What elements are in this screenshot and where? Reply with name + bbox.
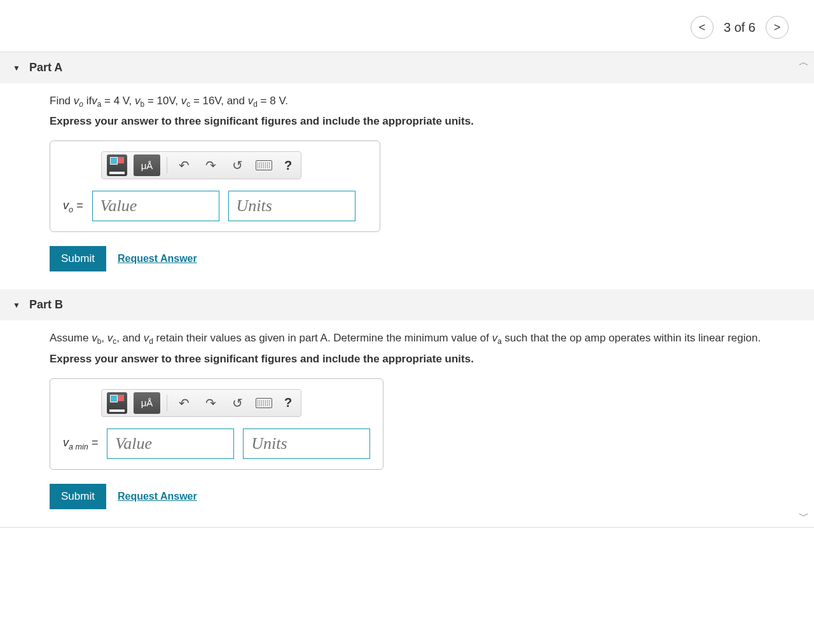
undo-icon[interactable]: ↶ — [174, 393, 194, 413]
help-icon[interactable]: ? — [280, 158, 296, 173]
part-b-submit-button[interactable]: Submit — [50, 484, 106, 509]
part-a-title: Part A — [29, 61, 62, 74]
units-picker-icon[interactable]: μÅ — [134, 154, 160, 176]
caret-down-icon: ▼ — [13, 301, 20, 310]
part-a-submit-button[interactable]: Submit — [50, 246, 106, 271]
part-a-button-row: Submit Request Answer — [50, 246, 764, 271]
part-b-body: Assume vb, vc, and vd retain their value… — [0, 320, 814, 526]
part-b-input-row: va min = — [63, 428, 370, 459]
part-a-units-input[interactable] — [228, 191, 355, 221]
undo-icon[interactable]: ↶ — [174, 155, 194, 175]
part-a-request-answer-link[interactable]: Request Answer — [118, 253, 197, 264]
keyboard-icon[interactable] — [254, 393, 274, 413]
part-b-prompt: Assume vb, vc, and vd retain their value… — [50, 332, 764, 346]
content-area: ︿ ▼ Part A Find vo ifva = 4 V, vb = 10V,… — [0, 51, 814, 528]
reset-icon[interactable]: ↺ — [227, 393, 247, 413]
part-a-answer-box: μÅ ↶ ↷ ↺ ? vo = — [50, 140, 380, 232]
pagination-nav: < 3 of 6 > — [0, 0, 814, 51]
part-b-answer-box: μÅ ↶ ↷ ↺ ? va min = — [50, 378, 383, 470]
part-b-units-input[interactable] — [243, 428, 370, 459]
part-a-body: Find vo ifva = 4 V, vb = 10V, vc = 16V, … — [0, 83, 814, 289]
template-icon[interactable] — [107, 393, 127, 413]
part-b-toolbar: μÅ ↶ ↷ ↺ ? — [101, 389, 301, 417]
scroll-down-icon[interactable]: ﹀ — [799, 510, 809, 523]
part-a-header[interactable]: ▼ Part A — [0, 52, 814, 83]
prev-button[interactable]: < — [691, 16, 714, 39]
page-count: 3 of 6 — [724, 20, 755, 35]
part-b-instruction: Express your answer to three significant… — [50, 353, 764, 366]
part-b-var-label: va min = — [63, 436, 98, 451]
keyboard-icon[interactable] — [254, 155, 274, 175]
redo-icon[interactable]: ↷ — [200, 155, 221, 175]
next-button[interactable]: > — [766, 16, 789, 39]
part-b-request-answer-link[interactable]: Request Answer — [118, 491, 197, 502]
scroll-up-icon[interactable]: ︿ — [799, 56, 809, 69]
template-icon[interactable] — [107, 155, 127, 175]
caret-down-icon: ▼ — [13, 64, 20, 72]
separator — [167, 157, 167, 174]
units-picker-icon[interactable]: μÅ — [134, 392, 160, 414]
part-a-toolbar: μÅ ↶ ↷ ↺ ? — [101, 151, 301, 179]
part-b-value-input[interactable] — [107, 428, 234, 459]
part-a-value-input[interactable] — [92, 191, 219, 221]
help-icon[interactable]: ? — [280, 395, 296, 410]
part-a-input-row: vo = — [63, 191, 367, 221]
part-a-prompt: Find vo ifva = 4 V, vb = 10V, vc = 16V, … — [50, 95, 764, 109]
part-a-var-label: vo = — [63, 199, 83, 214]
redo-icon[interactable]: ↷ — [200, 393, 221, 413]
reset-icon[interactable]: ↺ — [227, 155, 247, 175]
part-b-title: Part B — [29, 298, 63, 312]
part-b-button-row: Submit Request Answer — [50, 484, 764, 509]
part-a-instruction: Express your answer to three significant… — [50, 115, 764, 128]
part-b-header[interactable]: ▼ Part B — [0, 289, 814, 320]
separator — [167, 395, 167, 411]
